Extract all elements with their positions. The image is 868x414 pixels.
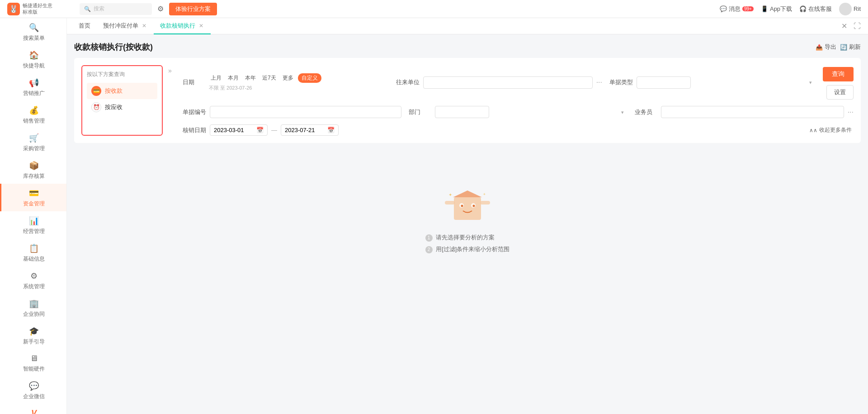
counterpart-label: 往来单位 — [396, 78, 420, 86]
verify-date-to-wrap: 📅 — [281, 124, 339, 136]
doctype-select[interactable] — [637, 76, 691, 89]
message-btn[interactable]: 💬 消息 99+ — [720, 5, 754, 13]
calendar-from-icon[interactable]: 📅 — [256, 127, 264, 133]
headset-icon: 🎧 — [799, 5, 807, 12]
date-label: 日期 — [183, 78, 205, 86]
sidebar-label-sales: 销售管理 — [23, 117, 45, 125]
sidebar-item-system[interactable]: ⚙ 系统管理 — [0, 266, 66, 294]
finance-icon: 💳 — [29, 188, 39, 198]
tab-receipt[interactable]: 收款核销执行 ✕ — [154, 18, 211, 34]
tab-prepay-close[interactable]: ✕ — [141, 23, 147, 29]
receipt-icon: 💳 — [91, 86, 101, 96]
filter-option-by-receipt[interactable]: 💳 按收款 — [87, 83, 157, 99]
sidebar-label-base: 基础信息 — [23, 255, 45, 263]
sidebar-label-inventory: 库存核算 — [23, 172, 45, 180]
setting-btn[interactable]: 设置 — [826, 85, 854, 100]
sidebar-label-operation: 经营管理 — [23, 228, 45, 235]
sidebar-item-wechat[interactable]: 💬 企业微信 — [0, 376, 66, 404]
svg-rect-7 — [480, 201, 490, 205]
sidebar-item-inventory[interactable]: 📦 库存核算 — [0, 156, 66, 184]
refresh-btn[interactable]: 🔄 刷新 — [840, 43, 861, 51]
svg-rect-6 — [445, 201, 455, 205]
sidebar-item-search[interactable]: 🔍 搜索菜单 — [0, 18, 66, 46]
svg-rect-0 — [454, 197, 481, 220]
docno-input[interactable] — [210, 106, 401, 118]
brand-line1: 畅捷通好生意 — [23, 3, 52, 9]
online-service-btn[interactable]: 🎧 在线客服 — [799, 5, 832, 13]
sidebar-item-nav[interactable]: 🏠 快捷导航 — [0, 46, 66, 73]
staff-filter: 业务员 ··· — [635, 106, 854, 118]
shortcut-this-month[interactable]: 本月 — [226, 73, 241, 83]
brand: 🐰 畅捷通好生意 标准版 — [7, 3, 74, 15]
doctype-filter: 单据类型 — [609, 76, 816, 89]
sidebar-item-sales[interactable]: 💰 销售管理 — [0, 101, 66, 128]
counterpart-more-btn[interactable]: ··· — [596, 78, 602, 86]
staff-more-btn[interactable]: ··· — [848, 108, 854, 116]
date-range-separator: — — [271, 127, 277, 133]
page-header: 收款核销执行(按收款) 📤 导出 🔄 刷新 — [74, 42, 861, 52]
online-service-label: 在线客服 — [808, 5, 832, 13]
verify-date-from-input[interactable] — [214, 127, 255, 133]
shortcut-this-year[interactable]: 本年 — [243, 73, 258, 83]
docno-label: 单据编号 — [183, 108, 206, 116]
collapse-icon: ∧∧ — [809, 127, 817, 133]
topbar-search[interactable]: 🔍 搜索 — [80, 3, 152, 15]
filter-collapse-btn[interactable]: » — [168, 65, 177, 136]
shortcut-7days[interactable]: 近7天 — [260, 73, 278, 83]
sidebar-item-guide[interactable]: 🎓 新手引导 — [0, 322, 66, 349]
empty-hint-1: 1 请先选择要分析的方案 — [425, 232, 510, 243]
verify-date-to-input[interactable] — [285, 127, 326, 133]
sidebar-label-hardware: 智能硬件 — [23, 365, 45, 373]
collapse-more-label: 收起更多条件 — [819, 126, 852, 134]
collapse-more-btn[interactable]: ∧∧ 收起更多条件 — [809, 126, 854, 134]
shortcut-more[interactable]: 更多 — [281, 73, 295, 83]
verify-date-from-wrap: 📅 — [210, 124, 268, 136]
sidebar-label-finance: 资金管理 — [23, 200, 45, 208]
tab-close-all-btn[interactable]: ✕ — [840, 21, 849, 31]
counterpart-input[interactable] — [423, 76, 593, 89]
filter-actions: 查询 设置 — [823, 65, 854, 100]
sidebar-item-operation[interactable]: 📊 经营管理 — [0, 211, 66, 239]
sidebar: 🔍 搜索菜单 🏠 快捷导航 📢 营销推广 💰 销售管理 🛒 采购管理 📦 库存核… — [0, 18, 67, 414]
sidebar-item-finance[interactable]: 💳 资金管理 — [0, 184, 66, 211]
sidebar-item-hardware[interactable]: 🖥 智能硬件 — [0, 349, 66, 376]
app-icon: 📱 — [761, 5, 768, 12]
sidebar-item-corp[interactable]: 🏢 企业协同 — [0, 294, 66, 322]
tab-prepay[interactable]: 预付冲应付单 ✕ — [97, 18, 154, 34]
empty-hints: 1 请先选择要分析的方案 2 用[过滤]条件来缩小分析范围 — [425, 232, 510, 255]
app-download-btn[interactable]: 📱 App下载 — [761, 5, 792, 13]
page-content: 收款核销执行(按收款) 📤 导出 🔄 刷新 按以下方案查询 — [67, 34, 868, 414]
tab-receipt-label: 收款核销执行 — [160, 22, 195, 30]
message-label: 消息 — [729, 5, 741, 13]
brand-line2: 标准版 — [23, 9, 52, 15]
sidebar-item-base[interactable]: 📋 基础信息 — [0, 239, 66, 266]
export-btn[interactable]: 📤 导出 — [816, 43, 836, 51]
tab-fullscreen-btn[interactable]: ⛶ — [852, 21, 863, 31]
brand-text: 畅捷通好生意 标准版 — [23, 3, 52, 14]
date-note: 不限 至 2023-07-26 — [209, 85, 321, 91]
tab-prepay-label: 预付冲应付单 — [103, 22, 138, 30]
empty-state: ✦ ✦ 1 请先选择要分析的方案 2 用[过滤]条件来缩小分析范围 — [74, 179, 861, 255]
settings-icon[interactable]: ⚙ — [157, 5, 164, 13]
shortcut-custom[interactable]: 自定义 — [298, 73, 321, 83]
staff-input[interactable] — [661, 106, 844, 118]
tab-home[interactable]: 首页 — [72, 18, 97, 34]
svg-marker-1 — [453, 190, 482, 197]
calendar-to-icon[interactable]: 📅 — [327, 127, 335, 133]
sidebar-item-marketing[interactable]: 📢 营销推广 — [0, 73, 66, 101]
topbar-right: 💬 消息 99+ 📱 App下载 🎧 在线客服 Rit — [720, 3, 861, 15]
svg-point-4 — [461, 205, 463, 207]
dept-select[interactable] — [435, 106, 489, 118]
filter-option-receivable-label: 按应收 — [105, 103, 123, 111]
tab-receipt-close[interactable]: ✕ — [198, 23, 204, 29]
shortcut-last-month[interactable]: 上月 — [209, 73, 223, 83]
filter-option-by-receivable[interactable]: ⏰ 按应收 — [87, 99, 157, 115]
industry-btn[interactable]: 体验行业方案 — [169, 3, 217, 15]
message-icon: 💬 — [720, 5, 727, 12]
user-profile-btn[interactable]: Rit — [839, 3, 861, 15]
sidebar-item-purchase[interactable]: 🛒 采购管理 — [0, 128, 66, 156]
query-btn[interactable]: 查询 — [823, 67, 854, 81]
tabbar-actions: ✕ ⛶ — [840, 21, 863, 31]
operation-icon: 📊 — [29, 216, 39, 226]
sidebar-item-vip[interactable]: V 畅会员 — [0, 404, 66, 414]
